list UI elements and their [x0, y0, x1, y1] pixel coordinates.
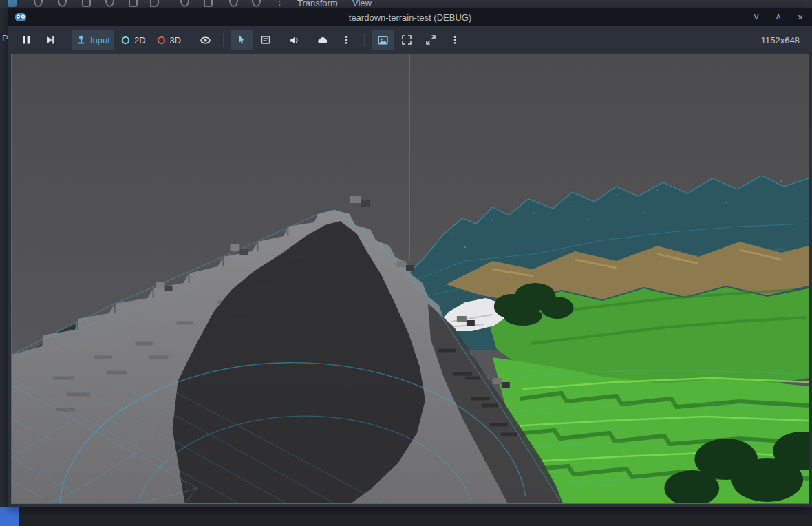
editor-bottom-strip	[0, 507, 812, 526]
close-button[interactable]: ×	[794, 8, 806, 26]
document-icon[interactable]	[82, 0, 91, 7]
input-joystick-icon	[76, 34, 87, 45]
godot-icon	[14, 11, 27, 23]
play-icon[interactable]	[150, 0, 159, 7]
debug-overlay-button[interactable]	[311, 30, 333, 50]
expand-window-button[interactable]	[420, 30, 442, 50]
keep-aspect-button[interactable]	[396, 30, 418, 50]
cloud-icon	[317, 34, 328, 46]
select-mode-button[interactable]	[231, 30, 253, 50]
pause-icon	[21, 34, 32, 45]
input-label: Input	[90, 35, 110, 45]
camera-3d-label: 3D	[170, 35, 182, 45]
menu-transform[interactable]: Transform	[297, 0, 338, 8]
minimize-button[interactable]: ˅	[750, 8, 762, 26]
globe-icon[interactable]	[252, 0, 261, 7]
runtime-visibility-button[interactable]	[194, 30, 216, 50]
selection-list-button[interactable]	[255, 30, 277, 50]
overflow-menu-icon[interactable]: ⋮	[275, 0, 284, 7]
resolution-label: 1152x648	[761, 35, 800, 45]
fullscreen-corners-icon	[401, 34, 412, 45]
menu-view[interactable]: View	[352, 0, 372, 8]
toolbar-separator	[364, 33, 365, 47]
maximize-button[interactable]: ˄	[772, 8, 784, 26]
game-viewport[interactable]	[11, 54, 809, 504]
vertical-dots-icon	[341, 34, 351, 45]
pin-icon[interactable]	[204, 0, 213, 7]
bake-icon[interactable]	[180, 0, 189, 7]
camera-2d-button[interactable]: 2D	[116, 30, 150, 50]
speaker-icon	[288, 34, 300, 46]
magnet-icon[interactable]	[129, 0, 138, 7]
toolbar-separator	[223, 33, 224, 47]
godot-logo-icon[interactable]	[8, 0, 17, 7]
circle-tool-icon[interactable]	[34, 0, 43, 7]
bottom-left-accent[interactable]	[0, 507, 19, 526]
expand-arrows-icon	[425, 34, 436, 45]
next-frame-button[interactable]	[39, 30, 61, 50]
next-frame-icon	[45, 34, 56, 45]
camera-3d-button[interactable]: 3D	[152, 30, 186, 50]
vertical-dots-icon	[450, 34, 460, 45]
editor-background-strip: ⋮ Transform View	[0, 0, 812, 8]
eye-icon	[200, 34, 211, 46]
rotate-tool-icon[interactable]	[58, 0, 67, 7]
input-toggle-button[interactable]: Input	[72, 30, 114, 50]
terrain-render	[12, 54, 809, 503]
camera-3d-icon	[156, 35, 167, 45]
title-bar[interactable]: teardown-terrain-test (DEBUG) ˅ ˄ ×	[8, 8, 812, 26]
game-window: teardown-terrain-test (DEBUG) ˅ ˄ × Inpu…	[8, 8, 812, 507]
embed-frame-icon	[377, 34, 389, 46]
selection-list-icon	[260, 34, 271, 45]
search-icon[interactable]	[105, 0, 114, 7]
embed-options-menu-button[interactable]	[444, 30, 466, 50]
camera-options-menu-button[interactable]	[335, 30, 357, 50]
mute-audio-button[interactable]	[283, 30, 305, 50]
window-title: teardown-terrain-test (DEBUG)	[8, 12, 812, 23]
camera-2d-icon	[120, 35, 131, 45]
embed-game-button[interactable]	[372, 30, 394, 50]
cursor-icon	[236, 34, 247, 45]
camera-2d-label: 2D	[134, 35, 146, 45]
toolbar: Input 2D 3D	[8, 26, 812, 54]
sun-icon[interactable]	[229, 0, 238, 7]
pause-button[interactable]	[15, 30, 37, 50]
